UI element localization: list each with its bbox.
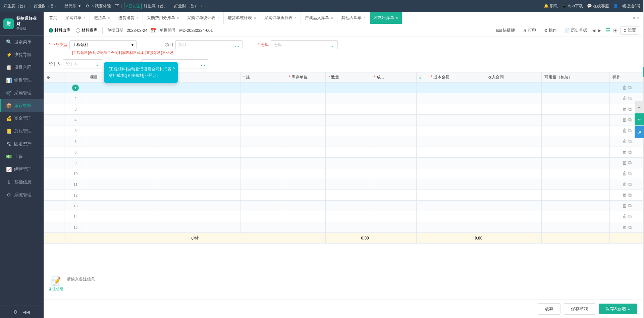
td-income-1[interactable]: [485, 83, 541, 93]
income-contract-dots-icon[interactable]: …: [201, 61, 205, 67]
td-qty-1[interactable]: [326, 83, 371, 93]
tab-purchase-order[interactable]: 采购订单 ×: [61, 12, 90, 24]
td-unit-1[interactable]: [286, 83, 326, 93]
delete-row-15-btn[interactable]: 🗑: [622, 224, 627, 230]
td-project-2[interactable]: [87, 93, 155, 104]
nav-app-download[interactable]: 📱 App下载: [562, 3, 583, 9]
copy-row-3-btn[interactable]: ⧉: [628, 106, 632, 112]
right-panel-btn-1[interactable]: ≡: [635, 101, 644, 113]
sidebar-settings-btn[interactable]: ⚙: [13, 309, 18, 315]
th-settings[interactable]: ⚙: [44, 72, 64, 83]
nav-prev-btn[interactable]: ◀: [592, 28, 595, 33]
business-type-input[interactable]: 工程领料 ▾: [69, 40, 137, 49]
nav-more[interactable]: +…: [205, 4, 211, 8]
td-spec-1[interactable]: [240, 83, 286, 93]
tab-purchase-order-close[interactable]: ×: [84, 16, 86, 20]
tab-home[interactable]: 首页: [45, 12, 61, 24]
right-panel-btn-3[interactable]: ↗: [635, 126, 644, 138]
nav-online-service[interactable]: 💬 在线客服: [587, 3, 609, 9]
copy-row-13-btn[interactable]: ⧉: [628, 203, 632, 209]
tab-goods-stats[interactable]: 进货单统计表 ×: [224, 12, 260, 24]
radio-material-return[interactable]: 材料退库: [76, 28, 98, 33]
sidebar-item-sales[interactable]: 📊 销售管理: [0, 74, 44, 87]
delete-row-11-btn[interactable]: 🗑: [622, 181, 627, 187]
tab-other-receipt-close[interactable]: ×: [364, 16, 366, 20]
warehouse-input[interactable]: 仓库 …: [271, 40, 338, 49]
handler-dots-icon[interactable]: …: [95, 61, 100, 67]
nav-haoshengyi2[interactable]: 好生意（首）: [144, 3, 168, 9]
settings-btn[interactable]: ⚙ 设置: [620, 26, 639, 35]
info-icon[interactable]: ℹ: [419, 75, 421, 80]
delete-row-1-btn[interactable]: 🗑: [622, 85, 627, 91]
save-new-btn[interactable]: 保存&新增 ▲: [599, 304, 637, 314]
tab-end-close[interactable]: × ≡: [630, 12, 643, 24]
tab-other-receipt[interactable]: 其他入库单 ×: [337, 12, 370, 24]
radio-material-return-input[interactable]: [76, 28, 80, 33]
th-info[interactable]: ℹ: [417, 72, 428, 83]
table-settings-icon[interactable]: ⚙: [47, 75, 50, 80]
right-panel-btn-2[interactable]: ✏: [635, 113, 644, 125]
tab-purchase-stats[interactable]: 采购订单统计表 ×: [183, 12, 224, 24]
nav-message[interactable]: 🔔 消息: [544, 3, 558, 9]
td-available-1[interactable]: [541, 83, 609, 93]
tab-purchase-cost-close[interactable]: ×: [177, 16, 179, 20]
view-card-btn[interactable]: ⊞: [613, 27, 618, 34]
tab-goods-return-close[interactable]: ×: [137, 16, 139, 20]
delete-row-5-btn[interactable]: 🗑: [622, 128, 627, 134]
project-dots-icon[interactable]: …: [235, 42, 239, 48]
radio-material-issue-input[interactable]: [49, 28, 53, 33]
nav-experience[interactable]: ○ 我要体验一下: [91, 3, 119, 9]
copy-row-5-btn[interactable]: ⧉: [628, 128, 632, 134]
sidebar-item-project[interactable]: 📋 项目合同: [0, 61, 44, 74]
save-draft-btn[interactable]: 保存草稿: [564, 303, 595, 315]
operations-btn[interactable]: ⚙ 操作: [541, 26, 559, 34]
nav-haoshengyi[interactable]: 好生意（首）: [3, 3, 28, 9]
td-qty-2[interactable]: [326, 93, 371, 104]
tab-purchase-exec[interactable]: 采购订单执行表 ×: [260, 12, 301, 24]
tooltip-close-btn[interactable]: ×: [172, 64, 175, 71]
copy-row-6-btn[interactable]: ⧉: [628, 139, 632, 144]
delete-row-4-btn[interactable]: 🗑: [622, 117, 627, 123]
sidebar-item-accounting[interactable]: 📒 总账管理: [0, 125, 44, 138]
handler-input[interactable]: 经手人 …: [63, 59, 103, 68]
tab-goods-receipt[interactable]: 进货单 ×: [90, 12, 114, 24]
sidebar-item-purchase[interactable]: 🛒 采购管理: [0, 87, 44, 99]
delete-row-2-btn[interactable]: 🗑: [622, 96, 627, 101]
note-input[interactable]: [67, 276, 639, 293]
delete-row-3-btn[interactable]: 🗑: [622, 106, 627, 112]
sidebar-item-inventory[interactable]: 📦 库存核算: [0, 99, 44, 112]
sidebar-collapse-btn[interactable]: ◀◀: [23, 309, 30, 315]
nav-settings-icon[interactable]: ⚙: [86, 4, 89, 8]
tab-goods-stats-close[interactable]: ×: [254, 16, 256, 20]
td-unit-2[interactable]: [286, 93, 326, 104]
sidebar-item-fixed-assets[interactable]: 🏗 固定资产: [0, 138, 44, 150]
td-project-1[interactable]: [87, 83, 155, 93]
radio-material-issue[interactable]: 材料出库: [49, 28, 70, 33]
td-cost-amount-2[interactable]: [428, 93, 485, 104]
delete-row-14-btn[interactable]: 🗑: [622, 214, 627, 219]
delete-row-10-btn[interactable]: 🗑: [622, 171, 627, 176]
tab-goods-return[interactable]: 进货退货 ×: [114, 12, 143, 24]
delete-row-13-btn[interactable]: 🗑: [622, 203, 627, 209]
project-input[interactable]: 项目 …: [175, 40, 243, 49]
warehouse-dots-icon[interactable]: …: [330, 42, 335, 48]
sidebar-item-salary[interactable]: 💵 工资: [0, 150, 44, 163]
sidebar-item-system[interactable]: ⚙ 系统管理: [0, 189, 44, 201]
tab-finished-goods-close[interactable]: ×: [331, 16, 333, 20]
quick-key-btn[interactable]: ⌨ 快捷键: [493, 26, 518, 34]
delete-row-6-btn[interactable]: 🗑: [622, 139, 627, 144]
nav-haoyecai2[interactable]: 好业财（首）: [174, 3, 198, 9]
copy-row-10-btn[interactable]: ⧉: [628, 171, 632, 176]
sidebar-item-search[interactable]: 🔍 搜索菜单: [0, 36, 44, 48]
discard-btn[interactable]: 放弃: [538, 303, 560, 315]
td-spec-2[interactable]: [240, 93, 286, 104]
copy-row-8-btn[interactable]: ⧉: [628, 149, 632, 155]
add-row-btn[interactable]: +: [72, 85, 79, 91]
date-value[interactable]: 2023-03-24: [127, 28, 147, 33]
tab-purchase-cost[interactable]: 采购费用分摊单 ×: [143, 12, 183, 24]
copy-row-9-btn[interactable]: ⧉: [628, 160, 632, 166]
copy-row-1-btn[interactable]: ⧉: [628, 85, 632, 91]
view-list-btn[interactable]: ☰: [606, 27, 610, 34]
td-material-1[interactable]: [155, 83, 240, 93]
nav-haoyecai[interactable]: 好业财（首）: [34, 3, 58, 9]
